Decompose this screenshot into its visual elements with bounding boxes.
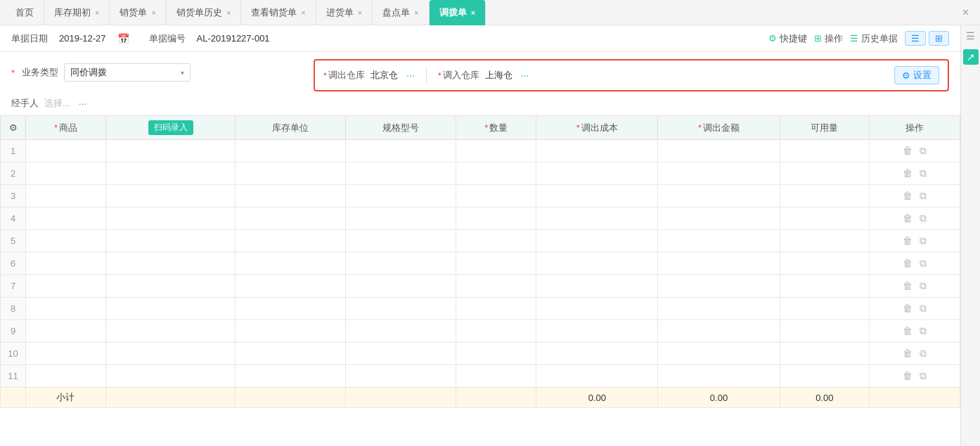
tab-purchase-order-close[interactable]: ×: [358, 8, 362, 17]
row-cost-2[interactable]: [536, 163, 658, 185]
number-value: AL-20191227-001: [197, 33, 270, 44]
business-type-select[interactable]: 同价调拨 ▾: [64, 63, 191, 82]
table-row: 9 🗑 ⧉: [1, 320, 960, 343]
source-warehouse-more-icon[interactable]: ···: [406, 70, 415, 81]
tab-inventory-check[interactable]: 盘点单 ×: [373, 0, 429, 25]
tab-inventory-check-close[interactable]: ×: [414, 8, 418, 17]
row-quantity-2[interactable]: [456, 163, 536, 185]
copy-icon-9[interactable]: ⧉: [920, 325, 927, 336]
main-content: 单据日期 2019-12-27 📅 单据编号 AL-20191227-001 ⚙…: [0, 25, 960, 446]
tab-transfer-order[interactable]: 调拨单 ×: [430, 0, 486, 25]
panel-export-icon[interactable]: ↗: [963, 49, 979, 65]
copy-icon-11[interactable]: ⧉: [920, 370, 927, 381]
source-warehouse-required-star: *: [323, 70, 327, 81]
scan-button[interactable]: 扫码录入: [148, 120, 193, 135]
row-spec-1: [346, 140, 456, 163]
delete-icon-1[interactable]: 🗑: [903, 145, 913, 156]
tab-inventory-init-close[interactable]: ×: [95, 8, 99, 17]
footer-available: 0.00: [780, 388, 869, 408]
tab-inventory-init[interactable]: 库存期初 ×: [44, 0, 110, 25]
tab-sales-order-close[interactable]: ×: [151, 8, 155, 17]
col-action: 操作: [870, 116, 960, 140]
col-unit: 库存单位: [236, 116, 346, 140]
delete-icon-5[interactable]: 🗑: [903, 235, 913, 246]
handler-more-icon[interactable]: ···: [79, 98, 87, 109]
handler-label: 经手人: [11, 97, 39, 110]
layout-list-button[interactable]: ☰: [905, 31, 926, 46]
copy-icon-2[interactable]: ⧉: [920, 167, 927, 179]
row-cost-1[interactable]: [536, 140, 658, 163]
business-type-label: 业务类型: [22, 66, 58, 79]
row-quantity-1[interactable]: [456, 140, 536, 163]
delete-icon-3[interactable]: 🗑: [903, 190, 913, 201]
row-num-1: 1: [1, 140, 26, 163]
table-row: 6 🗑 ⧉: [1, 253, 960, 275]
delete-icon-2[interactable]: 🗑: [903, 167, 913, 179]
toolbar-right: ⚙ 快捷键 ⊞ 操作 ☰ 历史单据 ☰ ⊞: [768, 31, 949, 46]
tab-sales-history-label: 销货单历史: [176, 6, 222, 19]
settings-icon: ⚙: [902, 70, 910, 81]
history-label: 历史单据: [861, 32, 898, 45]
history-button[interactable]: ☰ 历史单据: [850, 32, 898, 45]
tab-sales-order[interactable]: 销货单 ×: [110, 0, 166, 25]
table-row: 7 🗑 ⧉: [1, 275, 960, 298]
row-available-2: [780, 163, 869, 185]
warehouse-settings-button[interactable]: ⚙ 设置: [894, 66, 939, 84]
table-row: 8 🗑 ⧉: [1, 298, 960, 320]
tab-home[interactable]: 首页: [6, 0, 44, 25]
delete-icon-4[interactable]: 🗑: [903, 212, 913, 224]
tab-sales-order-label: 销货单: [120, 6, 147, 19]
target-warehouse-more-icon[interactable]: ···: [521, 70, 529, 81]
row-product-2[interactable]: [26, 163, 106, 185]
toolbar-row: 单据日期 2019-12-27 📅 单据编号 AL-20191227-001 ⚙…: [0, 25, 960, 52]
footer-action: [870, 388, 960, 408]
calendar-icon[interactable]: 📅: [117, 33, 129, 44]
copy-icon-7[interactable]: ⧉: [920, 280, 927, 291]
form-section: * 业务类型 同价调拨 ▾ * 调出仓库 北京仓 ··· * 调入仓库 上海仓 …: [0, 52, 960, 91]
delete-icon-10[interactable]: 🗑: [903, 348, 913, 359]
tab-purchase-order[interactable]: 进货单 ×: [316, 0, 373, 25]
gear-icon: ⚙: [9, 122, 18, 133]
shortcuts-button[interactable]: ⚙ 快捷键: [768, 32, 807, 45]
row-amount-2[interactable]: [658, 163, 780, 185]
copy-icon-4[interactable]: ⧉: [920, 212, 927, 224]
delete-icon-7[interactable]: 🗑: [903, 280, 913, 291]
window-close-button[interactable]: ×: [957, 6, 974, 19]
row-product-1[interactable]: [26, 140, 106, 163]
table-header-row: ⚙ 商品 扫码录入 库存单位 规格型号 数量 调出成本 调出金额 可用量 操作: [1, 116, 960, 140]
warehouse-form-box: * 调出仓库 北京仓 ··· * 调入仓库 上海仓 ··· ⚙ 设置: [314, 59, 949, 91]
tab-purchase-order-label: 进货单: [326, 6, 354, 19]
table-row: 10 🗑 ⧉: [1, 343, 960, 365]
tab-view-sales[interactable]: 查看销货单 ×: [241, 0, 316, 25]
number-label: 单据编号: [149, 32, 186, 45]
tab-view-sales-close[interactable]: ×: [301, 8, 305, 17]
delete-icon-9[interactable]: 🗑: [903, 325, 913, 336]
row-action-3: 🗑 ⧉: [870, 185, 960, 208]
tab-sales-history[interactable]: 销货单历史 ×: [167, 0, 241, 25]
table-row: 11 🗑 ⧉: [1, 365, 960, 388]
form-left: * 业务类型 同价调拨 ▾: [11, 59, 314, 86]
row-action-1: 🗑 ⧉: [870, 140, 960, 163]
delete-icon-11[interactable]: 🗑: [903, 370, 913, 381]
copy-icon-6[interactable]: ⧉: [920, 257, 927, 269]
panel-list-icon[interactable]: ☰: [963, 28, 979, 44]
copy-icon-3[interactable]: ⧉: [920, 190, 927, 201]
operations-button[interactable]: ⊞ 操作: [814, 32, 843, 45]
tab-transfer-order-close[interactable]: ×: [471, 8, 475, 17]
copy-icon-1[interactable]: ⧉: [920, 145, 927, 156]
tab-sales-history-close[interactable]: ×: [226, 8, 231, 17]
copy-icon-5[interactable]: ⧉: [920, 235, 927, 246]
col-settings[interactable]: ⚙: [1, 116, 26, 140]
handler-placeholder[interactable]: 选择...: [44, 97, 70, 110]
history-icon: ☰: [850, 33, 858, 44]
layout-grid-button[interactable]: ⊞: [929, 31, 949, 46]
delete-icon-8[interactable]: 🗑: [903, 302, 913, 314]
copy-icon-10[interactable]: ⧉: [920, 348, 927, 359]
row-unit-2: [236, 163, 346, 185]
copy-icon-8[interactable]: ⧉: [920, 302, 927, 314]
row-amount-1[interactable]: [658, 140, 780, 163]
tab-home-label: 首页: [15, 6, 34, 19]
table-row: 3 🗑 ⧉: [1, 185, 960, 208]
delete-icon-6[interactable]: 🗑: [903, 257, 913, 269]
row-scan-2: [105, 163, 235, 185]
